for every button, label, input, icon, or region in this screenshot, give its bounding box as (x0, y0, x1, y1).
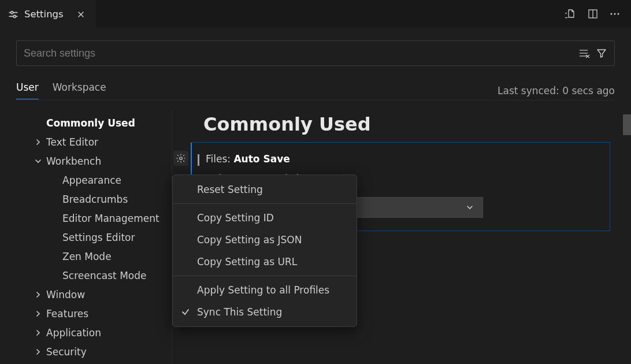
menu-item-label: Sync This Setting (197, 306, 282, 318)
section-title: Commonly Used (203, 113, 631, 135)
settings-toc[interactable]: Commonly UsedText EditorWorkbenchAppeara… (0, 110, 172, 364)
toc-item-label: Settings Editor (62, 232, 135, 243)
menu-item[interactable]: Copy Setting as JSON (173, 229, 357, 251)
toc-item-label: Commonly Used (46, 117, 135, 129)
scope-row: User Workspace Last synced: 0 secs ago (16, 81, 615, 101)
chevron-right-icon (34, 138, 43, 147)
toc-item[interactable]: Workbench (23, 151, 172, 170)
clear-search-button[interactable] (578, 48, 590, 58)
menu-item-label: Copy Setting as JSON (197, 234, 302, 246)
menu-item[interactable]: Apply Setting to all Profiles (173, 279, 357, 301)
open-settings-json-button[interactable] (565, 8, 577, 20)
svg-point-3 (13, 15, 16, 17)
scrollbar-thumb[interactable] (623, 114, 631, 135)
filter-settings-button[interactable] (596, 47, 607, 59)
toc-item[interactable]: Security (23, 342, 172, 361)
toc-item[interactable]: Window (23, 285, 172, 304)
svg-point-10 (618, 13, 619, 15)
setting-context-menu: Reset SettingCopy Setting IDCopy Setting… (172, 174, 357, 327)
search-input[interactable] (17, 41, 578, 65)
tab-settings[interactable]: Settings (0, 0, 96, 28)
svg-point-16 (180, 157, 183, 160)
chevron-right-icon (34, 328, 43, 337)
toc-item-label: Text Editor (46, 136, 98, 148)
search-settings (16, 40, 615, 66)
settings-sliders-icon (8, 9, 18, 20)
toc-item-label: Features (46, 308, 88, 320)
chevron-right-icon (34, 347, 43, 356)
toc-item[interactable]: Editor Management (23, 209, 172, 228)
toc-item-label: Window (46, 289, 85, 300)
toc-item-label: Security (46, 346, 87, 358)
setting-title: Files: Auto Save (206, 153, 597, 165)
scope-tabs: User Workspace (16, 81, 106, 99)
scope-tab-workspace[interactable]: Workspace (53, 81, 106, 99)
close-tab-button[interactable] (76, 10, 86, 19)
menu-item-label: Copy Setting as URL (197, 256, 297, 268)
setting-name: Auto Save (233, 153, 289, 165)
menu-item-label: Copy Setting ID (197, 212, 274, 224)
chevron-down-icon (465, 203, 474, 212)
toc-item-label: Screencast Mode (62, 270, 146, 281)
svg-point-9 (614, 13, 616, 15)
toc-item[interactable]: Screencast Mode (23, 266, 172, 285)
menu-separator (173, 276, 357, 276)
toc-item-label: Editor Management (62, 213, 159, 224)
modified-indicator (198, 154, 199, 166)
toc-item[interactable]: Zen Mode (23, 247, 172, 266)
chevron-right-icon (34, 290, 43, 299)
tab-title: Settings (24, 9, 64, 20)
toc-item[interactable]: Settings Editor (23, 228, 172, 247)
svg-point-8 (611, 13, 613, 15)
menu-item[interactable]: Reset Setting (173, 179, 357, 200)
more-actions-button[interactable] (609, 8, 621, 20)
sync-status: Last synced: 0 secs ago (498, 85, 615, 96)
scope-tab-user[interactable]: User (16, 81, 39, 99)
menu-separator (173, 203, 357, 204)
toc-item-label: Breadcrumbs (62, 194, 128, 205)
toc-item[interactable]: Appearance (23, 170, 172, 190)
check-icon (181, 307, 190, 317)
toc-item-label: Appearance (62, 174, 121, 186)
toc-item[interactable]: Breadcrumbs (23, 190, 172, 209)
menu-item-label: Reset Setting (197, 184, 263, 195)
toc-item-label: Zen Mode (62, 251, 112, 262)
chevron-down-icon (34, 157, 43, 166)
search-actions (578, 47, 614, 59)
menu-item[interactable]: Copy Setting ID (173, 207, 357, 229)
menu-item-label: Apply Setting to all Profiles (197, 284, 329, 296)
toc-item[interactable]: Commonly Used (23, 113, 172, 132)
menu-item[interactable]: Copy Setting as URL (173, 251, 357, 273)
title-bar: Settings (0, 0, 631, 28)
toc-item-label: Workbench (46, 155, 101, 167)
split-editor-button[interactable] (587, 8, 599, 20)
setting-gear-button[interactable] (173, 151, 188, 166)
menu-item[interactable]: Sync This Setting (173, 301, 357, 323)
toc-item[interactable]: Application (23, 323, 172, 342)
toc-item[interactable]: Features (23, 304, 172, 323)
chevron-right-icon (34, 309, 43, 318)
title-bar-actions (565, 8, 631, 20)
setting-scope-label: Files: (206, 153, 231, 165)
toc-item[interactable]: Text Editor (23, 132, 172, 151)
svg-point-1 (11, 11, 13, 13)
toc-item-label: Application (46, 327, 101, 339)
